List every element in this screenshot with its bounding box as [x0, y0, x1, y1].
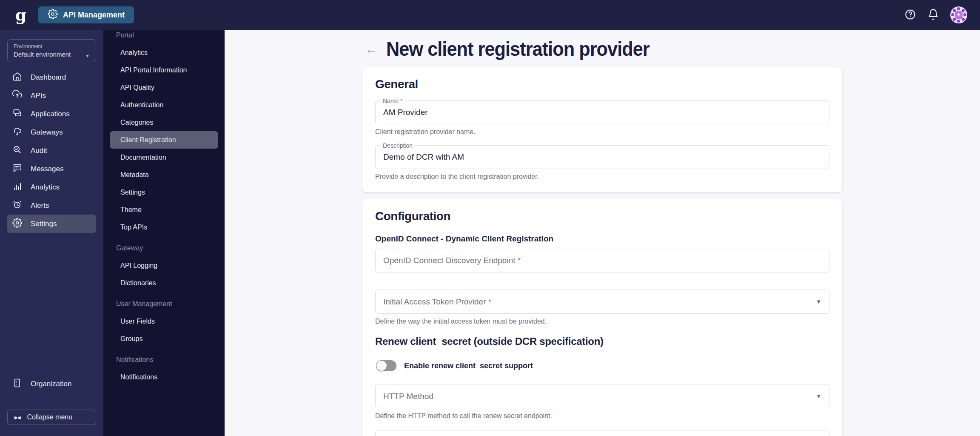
description-input[interactable]: [383, 152, 821, 162]
help-button[interactable]: [904, 9, 916, 22]
product-button-label: API Management: [63, 11, 125, 20]
sidebar-item-label: Analytics: [31, 183, 60, 192]
sidebar-item-label: Organization: [31, 380, 71, 388]
chevron-down-icon: ▼: [85, 53, 90, 58]
collapse-menu-button[interactable]: ▶◀ Collapse menu: [7, 410, 96, 425]
help-circle-icon: [904, 9, 916, 22]
initial-access-token-provider-label: Initial Access Token Provider *: [383, 297, 491, 307]
sidebar-item-label: Audit: [31, 146, 47, 155]
settings-sidebar: Portal Analytics API Portal Information …: [103, 30, 225, 436]
avatar[interactable]: ✦: [950, 6, 967, 23]
collapse-menu-label: Collapse menu: [27, 413, 72, 421]
cloud-upload-icon: [12, 90, 22, 102]
chat-icon: [12, 163, 22, 175]
gear-icon: [12, 218, 22, 230]
subitem-api-quality[interactable]: API Quality: [110, 79, 218, 96]
subitem-api-portal-information[interactable]: API Portal Information: [110, 61, 218, 79]
section-header-user-management: User Management: [103, 295, 225, 313]
back-arrow-icon[interactable]: ←: [362, 43, 380, 55]
cloud-node-icon: [12, 126, 22, 138]
section-header-portal: Portal: [103, 30, 225, 44]
subitem-client-registration[interactable]: Client Registration: [110, 131, 218, 149]
renew-client-secret-toggle[interactable]: [376, 360, 396, 371]
general-heading: General: [375, 77, 829, 91]
discovery-endpoint-field: [375, 249, 829, 272]
token-provider-hint: Define the way the initial access token …: [375, 318, 829, 325]
general-card: General Name * Client registration provi…: [362, 67, 842, 192]
subitem-api-logging[interactable]: API Logging: [110, 257, 218, 274]
renew-toggle-row: Enable renew client_secret support: [375, 360, 829, 371]
subitem-top-apis[interactable]: Top APIs: [110, 218, 218, 236]
sidebar-item-messages[interactable]: Messages: [7, 160, 96, 178]
page-header: ← New client registration provider: [362, 37, 842, 60]
sidebar-item-dashboard[interactable]: Dashboard: [7, 68, 96, 86]
gravitee-logo-icon[interactable]: g: [11, 7, 31, 23]
subitem-user-fields[interactable]: User Fields: [110, 313, 218, 330]
http-method-label: HTTP Method: [383, 392, 433, 401]
subitem-theme[interactable]: Theme: [110, 201, 218, 218]
name-field: Name *: [375, 100, 829, 124]
subitem-groups[interactable]: Groups: [110, 330, 218, 347]
sidebar-item-label: Dashboard: [31, 73, 66, 82]
configuration-heading: Configuration: [375, 209, 829, 223]
top-bar: g API Management: [0, 0, 980, 30]
sidebar-item-organization[interactable]: Organization: [0, 375, 103, 393]
notifications-button[interactable]: [927, 9, 939, 22]
page-title: New client registration provider: [386, 37, 650, 60]
renew-client-secret-heading: Renew client_secret (outside DCR specifi…: [375, 336, 829, 347]
http-method-hint: Define the HTTP method to call the renew…: [375, 412, 829, 420]
discovery-endpoint-input[interactable]: [383, 256, 821, 265]
main-content: ← New client registration provider Gener…: [225, 30, 980, 436]
dropdown-arrow-icon: ▼: [816, 393, 821, 399]
environment-selector[interactable]: Environment Default environment ▼: [7, 39, 96, 62]
description-field-label: Description: [381, 142, 415, 149]
subitem-dictionaries[interactable]: Dictionaries: [110, 274, 218, 292]
subitem-documentation[interactable]: Documentation: [110, 149, 218, 166]
configuration-card: Configuration OpenID Connect - Dynamic C…: [362, 199, 842, 436]
sidebar-item-alerts[interactable]: Alerts: [7, 196, 96, 215]
api-management-button[interactable]: API Management: [38, 6, 134, 23]
building-icon: [12, 378, 22, 390]
subitem-authentication[interactable]: Authentication: [110, 96, 218, 114]
sidebar-item-label: Alerts: [31, 201, 49, 210]
subitem-categories[interactable]: Categories: [110, 114, 218, 131]
sidebar-item-gateways[interactable]: Gateways: [7, 123, 96, 141]
bell-icon: [927, 9, 939, 22]
sidebar-item-label: Messages: [31, 165, 63, 173]
subitem-metadata[interactable]: Metadata: [110, 166, 218, 184]
primary-nav: Dashboard APIs Applications Gateways: [0, 68, 103, 233]
sidebar-item-settings[interactable]: Settings: [7, 215, 96, 233]
sidebar-item-analytics[interactable]: Analytics: [7, 178, 96, 196]
bar-chart-icon: [12, 181, 22, 193]
environment-value: Default environment: [14, 51, 90, 58]
gear-icon: [48, 9, 58, 21]
divider: [0, 400, 103, 400]
sidebar-item-applications[interactable]: Applications: [7, 105, 96, 123]
section-header-notifications: Notifications: [103, 351, 225, 368]
alarm-clock-icon: [12, 200, 22, 212]
name-field-label: Name *: [381, 98, 405, 104]
endpoint-field[interactable]: Endpoint: [375, 430, 829, 436]
name-input[interactable]: [383, 108, 821, 117]
sidebar-item-label: Settings: [31, 220, 57, 228]
subitem-notifications[interactable]: Notifications: [110, 368, 218, 386]
sidebar-item-label: APIs: [31, 92, 46, 100]
subitem-analytics[interactable]: Analytics: [110, 44, 218, 61]
avatar-sparkle-icon: ✦: [955, 11, 963, 19]
sidebar-item-apis[interactable]: APIs: [7, 86, 96, 105]
windows-stack-icon: [12, 108, 22, 120]
collapse-icon: ▶◀: [14, 415, 20, 420]
dropdown-arrow-icon: ▼: [816, 298, 821, 305]
sidebar-item-label: Applications: [31, 110, 70, 118]
name-hint: Client registration provider name.: [375, 128, 829, 136]
renew-toggle-label: Enable renew client_secret support: [404, 361, 533, 370]
initial-access-token-provider-select[interactable]: Initial Access Token Provider * ▼: [375, 290, 829, 314]
oidc-dcr-label: OpenID Connect - Dynamic Client Registra…: [375, 234, 829, 244]
home-icon: [12, 72, 22, 83]
primary-sidebar: Environment Default environment ▼ Dashbo…: [0, 30, 103, 436]
section-header-gateway: Gateway: [103, 239, 225, 257]
subitem-settings[interactable]: Settings: [110, 184, 218, 201]
sidebar-item-audit[interactable]: Audit: [7, 141, 96, 160]
http-method-select[interactable]: HTTP Method ▼: [375, 384, 829, 408]
description-hint: Provide a description to the client regi…: [375, 173, 829, 181]
